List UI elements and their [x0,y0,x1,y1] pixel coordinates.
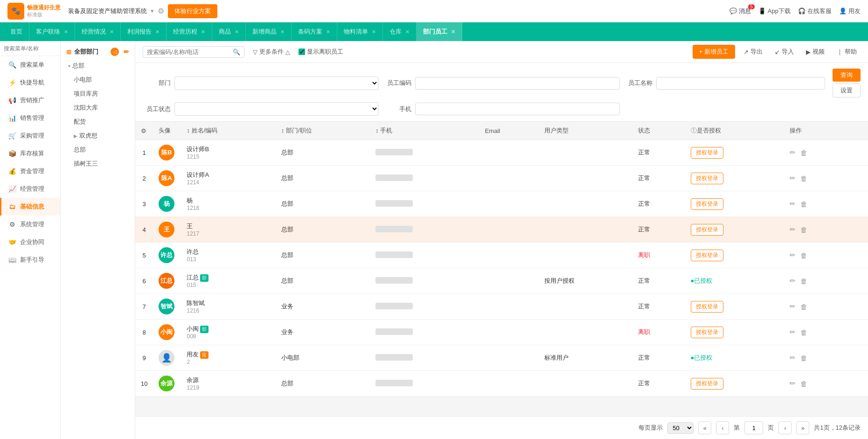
tab-history[interactable]: 经营历程✕ [167,22,212,41]
reset-button[interactable]: 设置 [833,84,861,98]
delete-icon[interactable]: 🗑 [800,200,807,208]
delete-icon[interactable]: 🗑 [800,277,807,285]
query-button[interactable]: 查询 [833,69,861,82]
delete-icon[interactable]: 🗑 [800,354,807,362]
close-tab-icon[interactable]: ✕ [155,29,160,35]
tab-home[interactable]: 首页 [4,22,29,41]
sidebar-item-guide[interactable]: 📖 新手引导 [0,251,60,269]
tab-bom[interactable]: 物料清单✕ [337,22,383,41]
dept-node-xiaodian[interactable]: 小电部 [61,73,135,87]
trial-button[interactable]: 体验行业方案 [168,4,217,18]
show-archived-toggle[interactable]: 显示离职员工 [299,48,343,56]
close-tab-icon[interactable]: ✕ [405,29,410,35]
delete-icon[interactable]: 🗑 [800,380,807,388]
sidebar-search[interactable]: 🔍 [0,41,60,56]
tab-customer[interactable]: 客户联络✕ [29,22,75,41]
edit-icon[interactable]: ✏ [790,379,796,388]
col-settings[interactable]: ⚙ [135,122,153,140]
auth-button[interactable]: 授权登录 [691,378,723,390]
close-tab-icon[interactable]: ✕ [451,29,455,35]
sidebar-item-operations[interactable]: 📈 经营管理 [0,180,60,198]
close-tab-icon[interactable]: ✕ [372,29,376,35]
dropdown-arrow-icon[interactable]: ▾ [151,7,154,14]
app-download-button[interactable]: 📱 App下载 [758,7,791,15]
online-service-button[interactable]: 🎧 在线客服 [798,7,832,15]
col-name-header[interactable]: ↕ 姓名/编码 [181,122,275,140]
close-tab-icon[interactable]: ✕ [201,29,205,35]
dept-node-shenyang[interactable]: 沈阳大库 [61,101,135,115]
view-button[interactable]: ▶ 视频 [802,46,828,58]
edit-icon[interactable]: ✏ [790,174,796,182]
show-archived-checkbox[interactable] [299,49,305,55]
col-auth-header[interactable]: ①是否授权 [685,122,784,140]
edit-icon[interactable]: ✏ [790,148,796,157]
close-tab-icon[interactable]: ✕ [326,29,330,35]
sidebar-item-collab[interactable]: 🤝 企业协同 [0,233,60,251]
edit-icon[interactable]: ✏ [790,354,796,362]
close-tab-icon[interactable]: ✕ [110,29,114,35]
dept-node-shuanghu[interactable]: ▶ 双虎想 [61,129,135,143]
close-tab-icon[interactable]: ✕ [280,29,285,35]
status-filter-select[interactable] [174,102,379,116]
export-button[interactable]: ↗ 导出 [740,46,766,58]
dept-node-project[interactable]: 项目库房 [61,87,135,101]
settings-icon[interactable]: ⚙ [141,127,146,134]
tab-barcode[interactable]: 条码方案✕ [292,22,337,41]
first-page-button[interactable]: « [698,421,711,434]
delete-icon[interactable]: 🗑 [800,226,807,234]
auth-button[interactable]: 授权登录 [691,224,723,236]
auth-button[interactable]: 授权登录 [691,198,723,210]
auth-button[interactable]: 授权登录 [691,147,723,159]
tab-warehouse[interactable]: 仓库✕ [383,22,417,41]
sidebar-item-search[interactable]: 🔍 搜索菜单 [0,56,60,74]
edit-icon[interactable]: ✏ [790,277,796,285]
delete-icon[interactable]: 🗑 [800,251,807,259]
edit-icon[interactable]: ✏ [790,328,796,336]
tab-goods[interactable]: 商品✕ [212,22,246,41]
user-menu[interactable]: 👤 用友 [839,7,861,15]
edit-icon[interactable]: ✏ [790,302,796,311]
delete-icon[interactable]: 🗑 [800,328,807,336]
status-filter-select-wrap[interactable] [174,102,379,116]
edit-icon[interactable]: ✏ [790,200,796,208]
auth-button[interactable]: 授权登录 [691,173,723,184]
sidebar-item-shortcut[interactable]: ⚡ 快捷导航 [0,74,60,91]
tab-operation[interactable]: 经营情况✕ [75,22,121,41]
phone-filter-input[interactable] [415,103,619,115]
sidebar-item-inventory[interactable]: 📦 库存核算 [0,145,60,162]
sidebar-item-system[interactable]: ⚙ 系统管理 [0,216,60,233]
tab-employees[interactable]: 部门员工✕ [417,22,462,41]
search-input-wrap[interactable]: 🔍 [143,46,244,58]
more-conditions-button[interactable]: ▽ 更多条件 △ [249,46,294,58]
next-page-button[interactable]: › [778,421,792,434]
name-filter-input[interactable] [656,77,825,90]
search-input[interactable] [147,49,231,56]
dept-node-chushu[interactable]: 插树王三 [61,157,135,171]
per-page-select[interactable]: 50 100 [667,422,694,434]
settings-icon[interactable]: ⚙ [158,7,164,15]
delete-icon[interactable]: 🗑 [800,303,807,311]
prev-page-button[interactable]: ‹ [716,421,729,434]
sidebar-item-finance[interactable]: 💰 资金管理 [0,162,60,180]
dept-edit-icon[interactable]: ✏ [124,48,129,56]
sidebar-item-purchase[interactable]: 🛒 采购管理 [0,127,60,145]
tab-profit[interactable]: 利润报告✕ [121,22,167,41]
dept-node-delivery[interactable]: 配货 [61,115,135,129]
col-phone-header[interactable]: ↕ 手机 [370,122,479,140]
add-employee-button[interactable]: + 新增员工 [693,45,735,59]
message-button[interactable]: 💬 消息 5 [729,7,751,15]
auth-button[interactable]: 授权登录 [691,301,723,313]
sidebar-search-input[interactable] [4,45,61,52]
tab-new-goods[interactable]: 新增商品✕ [246,22,292,41]
code-filter-input[interactable] [415,77,619,90]
dept-filter-select-wrap[interactable] [174,77,379,90]
import-button[interactable]: ↙ 导入 [771,46,798,58]
auth-button[interactable]: 授权登录 [691,327,723,338]
sidebar-item-basic-info[interactable]: 🗂 基础信息 [0,198,60,216]
auth-button[interactable]: 授权登录 [691,250,723,261]
sidebar-item-sales[interactable]: 📊 销售管理 [0,109,60,127]
edit-icon[interactable]: ✏ [790,251,796,259]
dept-collapse-button[interactable]: ◁ [111,48,119,56]
page-number-input[interactable] [744,421,763,434]
sidebar-item-marketing[interactable]: 📢 营销推广 [0,91,60,109]
